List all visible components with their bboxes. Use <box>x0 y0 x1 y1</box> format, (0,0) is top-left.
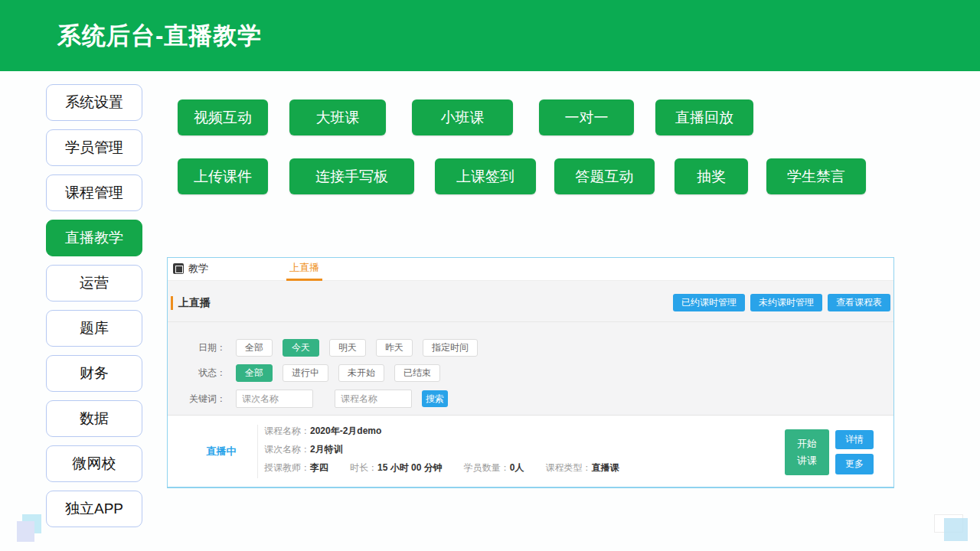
feature-connect-tablet-button[interactable]: 连接手写板 <box>289 158 414 194</box>
duration-value: 15 小时 00 分钟 <box>377 462 443 474</box>
more-button[interactable]: 更多 <box>835 454 874 474</box>
section-header-buttons: 已约课时管理 未约课时管理 查看课程表 <box>673 294 890 311</box>
search-button[interactable]: 搜索 <box>422 390 448 407</box>
section-accent-bar <box>171 296 173 310</box>
panel-tabbar: 教学 上直播 <box>168 258 893 281</box>
date-chip-yesterday[interactable]: 昨天 <box>376 339 413 357</box>
status-chip-ended[interactable]: 已结束 <box>394 364 440 382</box>
sidebar-item-micro-school[interactable]: 微网校 <box>46 445 142 482</box>
lesson-name-value: 2月特训 <box>310 444 343 455</box>
feature-large-class-button[interactable]: 大班课 <box>289 99 386 135</box>
view-timetable-button[interactable]: 查看课程表 <box>828 294 890 311</box>
lesson-name-label: 课次名称： <box>264 444 310 455</box>
course-type-value: 直播课 <box>591 462 619 474</box>
teacher-pair: 授课教师： 李四 <box>264 462 328 474</box>
decor-square-lavender-bottom-left <box>17 521 34 542</box>
keyword-filter-label: 关键词： <box>185 393 226 406</box>
feature-video-interaction-button[interactable]: 视频互动 <box>178 99 268 135</box>
sidebar-item-student-management[interactable]: 学员管理 <box>46 129 142 166</box>
feature-lottery-button[interactable]: 抽奖 <box>675 158 748 194</box>
lesson-name-input[interactable] <box>236 390 313 408</box>
teaching-app-icon <box>173 263 184 274</box>
filter-row-status: 状态： 全部 进行中 未开始 已结束 <box>185 364 440 382</box>
type-pair: 课程类型： 直播课 <box>545 462 619 474</box>
status-chip-not-started[interactable]: 未开始 <box>338 364 384 382</box>
course-name-line: 课程名称： 2020年-2月demo <box>264 425 640 437</box>
students-label: 学员数量： <box>464 462 510 474</box>
course-type-label: 课程类型： <box>545 462 591 474</box>
sidebar-item-data[interactable]: 数据 <box>46 400 142 437</box>
sidebar-item-system-settings[interactable]: 系统设置 <box>46 84 142 121</box>
sidebar-item-question-bank[interactable]: 题库 <box>46 310 142 347</box>
teaching-app-label: 教学 <box>188 258 208 279</box>
feature-upload-courseware-button[interactable]: 上传课件 <box>178 158 268 194</box>
students-pair: 学员数量： 0人 <box>464 462 524 474</box>
sidebar-item-live-teaching[interactable]: 直播教学 <box>46 220 142 256</box>
status-chip-all[interactable]: 全部 <box>236 364 273 382</box>
detail-button[interactable]: 详情 <box>835 430 874 449</box>
feature-mute-students-button[interactable]: 学生禁言 <box>766 158 866 194</box>
feature-class-checkin-button[interactable]: 上课签到 <box>435 158 536 194</box>
teacher-value: 李四 <box>310 462 328 474</box>
date-chip-all[interactable]: 全部 <box>236 339 273 357</box>
start-teaching-button[interactable]: 开始讲课 <box>785 429 829 475</box>
decor-square-blue-bottom-right <box>944 518 968 541</box>
sidebar-item-finance[interactable]: 财务 <box>46 355 142 392</box>
filter-row-date: 日期： 全部 今天 明天 昨天 指定时间 <box>185 339 478 357</box>
students-value: 0人 <box>510 462 524 474</box>
page-title: 系统后台-直播教学 <box>57 0 262 71</box>
status-filter-label: 状态： <box>185 367 226 380</box>
sidebar-item-standalone-app[interactable]: 独立APP <box>46 491 142 527</box>
filter-row-keyword: 关键词： 搜索 <box>185 390 448 408</box>
page: 系统后台-直播教学 系统设置 学员管理 课程管理 直播教学 运营 题库 财务 数… <box>0 0 980 551</box>
duration-label: 时长： <box>350 462 377 474</box>
feature-one-on-one-button[interactable]: 一对一 <box>539 99 634 135</box>
date-filter-label: 日期： <box>185 341 226 354</box>
course-name-input[interactable] <box>335 390 412 408</box>
row-divider <box>257 425 258 478</box>
live-status-badge: 直播中 <box>191 445 252 458</box>
course-name-label: 课程名称： <box>264 425 310 437</box>
live-admin-panel: 教学 上直播 上直播 已约课时管理 未约课时管理 查看课程表 日期： 全部 今天… <box>167 257 894 488</box>
tab-go-live[interactable]: 上直播 <box>286 258 322 281</box>
status-chip-ongoing[interactable]: 进行中 <box>283 364 328 382</box>
sidebar-item-operations[interactable]: 运营 <box>46 265 142 302</box>
course-details: 课程名称： 2020年-2月demo 课次名称： 2月特训 授课教师： 李四 时… <box>264 425 640 474</box>
sidebar: 系统设置 学员管理 课程管理 直播教学 运营 题库 财务 数据 微网校 独立AP… <box>46 84 142 527</box>
duration-pair: 时长： 15 小时 00 分钟 <box>350 462 443 474</box>
feature-quiz-interaction-button[interactable]: 答题互动 <box>554 158 655 194</box>
filter-section: 日期： 全部 今天 明天 昨天 指定时间 状态： 全部 进行中 未开始 已结束 … <box>168 321 893 420</box>
app-header: 系统后台-直播教学 <box>0 0 980 71</box>
course-meta-line: 授课教师： 李四 时长： 15 小时 00 分钟 学员数量： 0人 课程类型： … <box>264 462 640 474</box>
date-chip-today[interactable]: 今天 <box>283 339 319 357</box>
date-chip-custom-range[interactable]: 指定时间 <box>423 339 478 357</box>
sidebar-item-course-management[interactable]: 课程管理 <box>46 174 142 211</box>
unbooked-lessons-button[interactable]: 未约课时管理 <box>750 294 822 311</box>
feature-small-class-button[interactable]: 小班课 <box>412 99 513 135</box>
section-header: 上直播 已约课时管理 未约课时管理 查看课程表 <box>168 285 893 321</box>
course-name-value: 2020年-2月demo <box>310 425 381 437</box>
feature-live-replay-button[interactable]: 直播回放 <box>655 99 753 135</box>
date-chip-tomorrow[interactable]: 明天 <box>329 339 366 357</box>
lesson-name-line: 课次名称： 2月特训 <box>264 444 640 455</box>
section-title: 上直播 <box>178 296 211 310</box>
teacher-label: 授课教师： <box>264 462 310 474</box>
booked-lessons-button[interactable]: 已约课时管理 <box>673 294 745 311</box>
course-row: 直播中 课程名称： 2020年-2月demo 课次名称： 2月特训 授课教师： … <box>168 415 893 487</box>
